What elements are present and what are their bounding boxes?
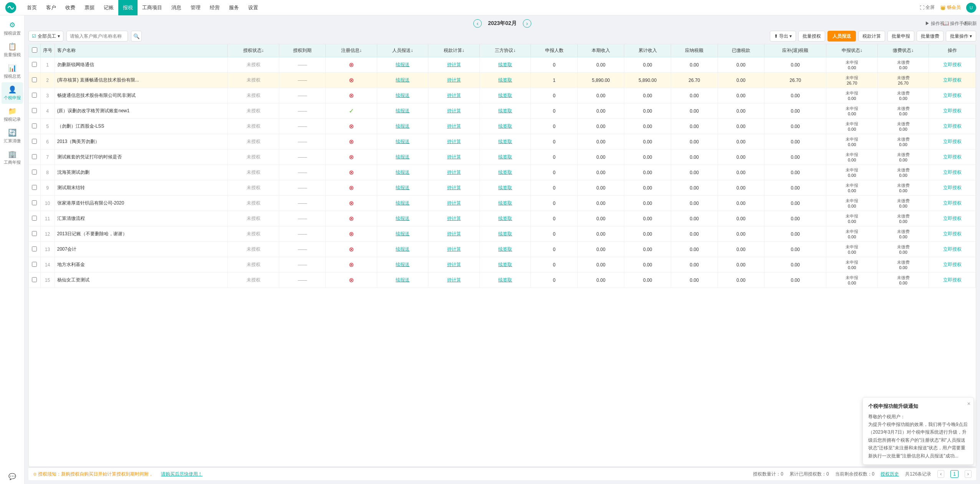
tax-calc-cell[interactable]: 待计算 [428, 211, 479, 226]
person-report-link[interactable]: 续报送 [396, 185, 410, 190]
user-avatar[interactable]: U [966, 3, 976, 13]
page-next-btn[interactable]: › [965, 470, 972, 478]
row-checkbox[interactable] [32, 123, 37, 128]
select-all-checkbox[interactable] [32, 47, 37, 53]
action-cell[interactable]: 立即授权 [929, 226, 976, 242]
tax-calc-cell[interactable]: 待计算 [428, 103, 479, 119]
action-link[interactable]: 立即授权 [943, 216, 962, 221]
person-report-link[interactable]: 续报送 [396, 246, 410, 252]
tri-party-link[interactable]: 续签取 [498, 77, 512, 83]
tax-calc-cell[interactable]: 待计算 [428, 226, 479, 242]
tax-calc-link[interactable]: 待计算 [447, 139, 461, 144]
row-checkbox[interactable] [32, 62, 37, 67]
tri-party-cell[interactable]: 续签取 [479, 242, 531, 257]
person-report-link[interactable]: 续报送 [396, 262, 410, 267]
sidebar-item-overview[interactable]: 📊 报税总览 [2, 61, 23, 82]
nav-item-accounting[interactable]: 记账 [99, 0, 118, 15]
col-name[interactable]: 客户名称 [55, 44, 228, 57]
tax-calc-link[interactable]: 待计算 [447, 77, 461, 83]
batch-pay-btn[interactable]: 批量缴费 [917, 31, 944, 42]
person-report-link[interactable]: 续报送 [396, 139, 410, 144]
table-container[interactable]: 序号 客户名称 授权状态↓ 授权到期 注册信息↓ 人员报送↓ 税款计算↓ 三方协… [28, 44, 976, 467]
tri-party-link[interactable]: 续签取 [498, 231, 512, 236]
action-link[interactable]: 立即授权 [943, 77, 962, 83]
search-button[interactable]: 🔍 [131, 31, 142, 42]
action-cell[interactable]: 立即授权 [929, 103, 976, 119]
tri-party-cell[interactable]: 续签取 [479, 134, 531, 150]
row-checkbox[interactable] [32, 170, 37, 175]
tax-calc-link[interactable]: 待计算 [447, 93, 461, 98]
action-cell[interactable]: 立即授权 [929, 211, 976, 226]
tri-party-cell[interactable]: 续签取 [479, 196, 531, 211]
action-link[interactable]: 立即授权 [943, 231, 962, 236]
col-pay-status[interactable]: 缴费状态↓ [877, 44, 929, 57]
nav-item-manage[interactable]: 管理 [186, 0, 205, 15]
row-checkbox[interactable] [32, 200, 37, 205]
refresh-btn[interactable]: ↺ 刷新 [963, 20, 977, 27]
person-report-cell[interactable]: 续报送 [377, 180, 428, 196]
action-link[interactable]: 立即授权 [943, 170, 962, 175]
row-checkbox[interactable] [32, 185, 37, 190]
tax-calc-cell[interactable]: 待计算 [428, 257, 479, 273]
person-report-link[interactable]: 续报送 [396, 277, 410, 283]
tri-party-cell[interactable]: 续签取 [479, 180, 531, 196]
tax-calc-link[interactable]: 待计算 [447, 170, 461, 175]
tri-party-cell[interactable]: 续签取 [479, 273, 531, 288]
sidebar-bottom-icon[interactable]: 💬 [5, 469, 20, 484]
person-report-link[interactable]: 续报送 [396, 216, 410, 221]
tri-party-link[interactable]: 续签取 [498, 123, 512, 129]
col-auth-expire[interactable]: 授权到期 [279, 44, 326, 57]
sidebar-item-tax-record[interactable]: 📁 报税记录 [2, 104, 23, 125]
tax-calc-link[interactable]: 待计算 [447, 154, 461, 160]
search-input[interactable] [66, 31, 128, 42]
nav-item-home[interactable]: 首页 [22, 0, 41, 15]
tri-party-cell[interactable]: 续签取 [479, 165, 531, 180]
tri-party-cell[interactable]: 续签取 [479, 257, 531, 273]
action-cell[interactable]: 立即授权 [929, 73, 976, 88]
tri-party-link[interactable]: 续签取 [498, 93, 512, 98]
tax-calc-link[interactable]: 待计算 [447, 123, 461, 129]
person-report-link[interactable]: 续报送 [396, 108, 410, 113]
tax-calc-cell[interactable]: 待计算 [428, 196, 479, 211]
row-checkbox[interactable] [32, 277, 37, 282]
tax-calc-btn[interactable]: 税款计算 [858, 31, 885, 42]
tax-calc-link[interactable]: 待计算 [447, 216, 461, 221]
nav-item-tax[interactable]: 报税 [118, 0, 138, 15]
tri-party-cell[interactable]: 续签取 [479, 103, 531, 119]
action-cell[interactable]: 立即授权 [929, 134, 976, 150]
action-cell[interactable]: 立即授权 [929, 165, 976, 180]
action-link[interactable]: 立即授权 [943, 200, 962, 206]
person-report-cell[interactable]: 续报送 [377, 273, 428, 288]
sidebar-item-batch-tax[interactable]: 📋 批量报税 [2, 39, 23, 61]
action-link[interactable]: 立即授权 [943, 262, 962, 267]
action-link[interactable]: 立即授权 [943, 93, 962, 98]
tri-party-cell[interactable]: 续签取 [479, 73, 531, 88]
tax-calc-link[interactable]: 待计算 [447, 246, 461, 252]
person-report-cell[interactable]: 续报送 [377, 257, 428, 273]
person-report-cell[interactable]: 续报送 [377, 242, 428, 257]
col-tax-calc[interactable]: 税款计算↓ [428, 44, 479, 57]
nav-item-operate[interactable]: 经营 [205, 0, 224, 15]
person-report-link[interactable]: 续报送 [396, 170, 410, 175]
tax-calc-link[interactable]: 待计算 [447, 185, 461, 190]
person-report-cell[interactable]: 续报送 [377, 119, 428, 134]
tax-calc-cell[interactable]: 待计算 [428, 165, 479, 180]
person-report-btn[interactable]: 人员报送 [827, 31, 856, 42]
fullscreen-btn[interactable]: ⛶ 全屏 [920, 4, 935, 11]
person-report-link[interactable]: 续报送 [396, 231, 410, 236]
nav-item-invoice[interactable]: 票据 [80, 0, 99, 15]
nav-item-service[interactable]: 服务 [224, 0, 244, 15]
tax-calc-cell[interactable]: 待计算 [428, 88, 479, 103]
col-report-status[interactable]: 申报状态↓ [826, 44, 877, 57]
person-report-cell[interactable]: 续报送 [377, 165, 428, 180]
col-tri-party[interactable]: 三方协议↓ [479, 44, 531, 57]
action-cell[interactable]: 立即授权 [929, 119, 976, 134]
tri-party-link[interactable]: 续签取 [498, 200, 512, 206]
tri-party-cell[interactable]: 续签取 [479, 88, 531, 103]
tax-calc-cell[interactable]: 待计算 [428, 134, 479, 150]
prev-month-btn[interactable]: ‹ [473, 19, 482, 28]
action-cell[interactable]: 立即授权 [929, 88, 976, 103]
member-btn[interactable]: 👑 畅会员 [940, 4, 961, 11]
tri-party-cell[interactable]: 续签取 [479, 226, 531, 242]
tri-party-link[interactable]: 续签取 [498, 216, 512, 221]
